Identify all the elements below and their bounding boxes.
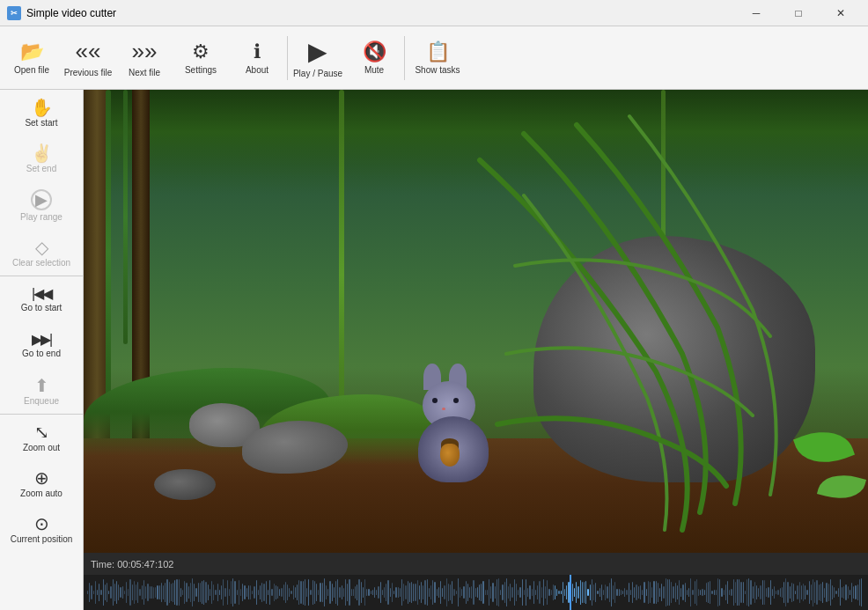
next-file-label: Next file [129,68,160,77]
small-rock-3 [154,469,216,500]
clear-selection-label: Clear selection [12,258,70,268]
mute-icon: 🔇 [363,40,386,63]
settings-icon: ⚙ [192,40,210,63]
settings-button[interactable]: ⚙ Settings [173,30,229,86]
current-position-icon: ⊙ [34,515,49,533]
zoom-auto-label: Zoom auto [20,489,63,498]
play-range-icon: ▶ [31,189,52,210]
go-to-end-icon: ▶▶| [32,333,51,347]
acorn [440,444,460,467]
show-tasks-button[interactable]: 📋 Show tasks [407,30,468,86]
chinchilla-nose [442,408,445,410]
go-to-end-label: Go to end [22,349,61,358]
timeline-cursor[interactable] [570,575,571,610]
set-end-icon: ✌ [31,144,53,162]
show-tasks-icon: 📋 [426,40,450,63]
go-to-start-label: Go to start [21,303,63,312]
mute-button[interactable]: 🔇 Mute [346,30,402,86]
chinchilla-eye-right [453,398,459,403]
video-canvas: .rope { stroke: #4a8a2a; stroke-width: 4… [84,90,868,553]
play-pause-label: Play / Pause [293,69,342,78]
close-button[interactable]: ✕ [820,0,861,26]
minimize-button[interactable]: ─ [736,0,776,26]
previous-file-label: Previous file [64,68,112,77]
app-icon: ✂ [7,6,21,20]
set-end-button[interactable]: ✌ Set end [4,137,79,180]
main-layout: ✋ Set start ✌ Set end ▶ Play range ◇ Cle… [0,90,868,610]
sidebar-section-nav: |◀◀ Go to start ▶▶| Go to end ⬆ Enqueue [0,276,83,415]
toolbar: 📂 Open file «« Previous file »» Next fil… [0,26,868,90]
play-range-button[interactable]: ▶ Play range [4,183,79,228]
about-button[interactable]: ℹ About [229,30,285,86]
about-icon: ℹ [254,40,261,63]
set-end-label: Set end [26,164,56,173]
play-range-label: Play range [20,212,63,222]
vine-1 [106,90,111,414]
chinchilla-character [409,394,497,482]
about-label: About [246,65,268,75]
mute-label: Mute [364,65,384,75]
window-controls: ─ □ ✕ [736,0,861,26]
enqueue-icon: ⬆ [34,377,49,394]
set-start-icon: ✋ [31,99,53,116]
big-rock [533,236,815,482]
show-tasks-label: Show tasks [415,65,460,75]
current-position-label: Current position [11,534,73,544]
foliage-top [84,90,868,195]
zoom-auto-icon: ⊕ [34,469,49,487]
current-position-button[interactable]: ⊙ Current position [4,508,79,550]
zoom-auto-button[interactable]: ⊕ Zoom auto [4,462,79,504]
play-pause-icon: ▶ [308,37,327,67]
zoom-out-icon: ⤡ [34,423,49,441]
time-display: Time: 00:05:47:102 [91,559,173,570]
clear-selection-button[interactable]: ◇ Clear selection [4,232,79,274]
content-area: .rope { stroke: #4a8a2a; stroke-width: 4… [84,90,868,610]
go-to-start-icon: |◀◀ [32,287,51,301]
titlebar: ✂ Simple video cutter ─ □ ✕ [0,0,868,26]
open-file-icon: 📂 [20,40,44,63]
timeline-area: Time: 00:05:47:102 [84,553,868,575]
next-file-icon: »» [132,38,158,65]
next-file-button[interactable]: »» Next file [116,30,173,86]
maximize-button[interactable]: □ [778,0,819,26]
play-pause-button[interactable]: ▶ Play / Pause [290,30,346,86]
open-file-button[interactable]: 📂 Open file [4,30,60,86]
go-to-start-button[interactable]: |◀◀ Go to start [4,278,79,320]
enqueue-button[interactable]: ⬆ Enqueue [4,370,79,412]
previous-file-button[interactable]: «« Previous file [60,30,116,86]
go-to-end-button[interactable]: ▶▶| Go to end [4,324,79,366]
window-title: Simple video cutter [26,7,736,19]
sidebar-section-edit: ✋ Set start ✌ Set end ▶ Play range ◇ Cle… [0,90,83,276]
sidebar: ✋ Set start ✌ Set end ▶ Play range ◇ Cle… [0,90,84,610]
sidebar-section-zoom: ⤡ Zoom out ⊕ Zoom auto ⊙ Current positio… [0,415,83,552]
chinchilla-eye-left [432,398,438,403]
zoom-out-label: Zoom out [23,443,60,452]
vine-2 [123,90,128,344]
open-file-label: Open file [14,65,49,75]
waveform [84,575,868,610]
set-start-label: Set start [25,118,57,128]
timeline-track[interactable] [84,575,868,610]
set-start-button[interactable]: ✋ Set start [4,92,79,134]
video-area: .rope { stroke: #4a8a2a; stroke-width: 4… [84,90,868,553]
zoom-out-button[interactable]: ⤡ Zoom out [4,416,79,459]
enqueue-label: Enqueue [24,396,59,406]
previous-file-icon: «« [76,38,101,65]
clear-selection-icon: ◇ [35,239,48,256]
settings-label: Settings [185,65,217,75]
